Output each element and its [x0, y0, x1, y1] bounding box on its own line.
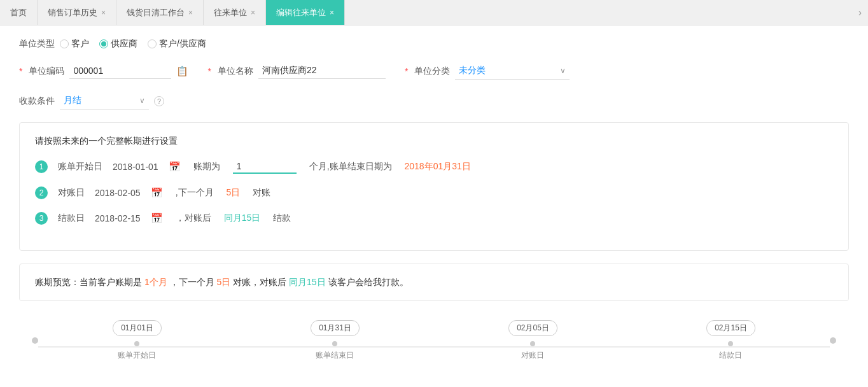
calendar-icon-1[interactable]: 📅: [169, 161, 181, 172]
unit-type-row: 单位类型 客户 供应商 客户/供应商: [19, 38, 849, 50]
billing-row-3: 3 结款日 2018-02-15 📅 ，对账后 同月15日 结款: [35, 212, 833, 225]
timeline-point-2: 01月31日 账单结束日: [311, 320, 360, 361]
payment-terms-arrow-icon: ∨: [139, 96, 145, 105]
preview-section: 账期预览：当前客户账期是 1个月 ，下一个月 5日 对账，对账后 同月15日 该…: [19, 264, 849, 301]
timeline-point-4: 02月15日 结款日: [706, 320, 755, 361]
tab-edit-partner[interactable]: 编辑往来单位 ×: [266, 0, 345, 25]
billing-label-2: 对账日: [58, 187, 85, 199]
timeline-badge-2: 01月31日: [311, 320, 360, 336]
timeline-container: 01月01日 账单开始日 01月31日 账单结束日 02月05日 对账日 02月…: [19, 314, 849, 380]
billing-date-2: 2018-02-05: [95, 188, 141, 198]
unit-name-star: *: [207, 66, 211, 76]
close-sales-history[interactable]: ×: [101, 8, 106, 17]
preview-prefix: 账期预览：当前客户账期是: [35, 277, 142, 287]
unit-code-icon[interactable]: 📋: [176, 66, 188, 77]
timeline-point-1: 01月01日 账单开始日: [113, 320, 162, 361]
unit-category-group: * 单位分类 未分类 ∨: [405, 62, 570, 80]
radio-supplier-label: 供应商: [111, 38, 137, 50]
main-content: 单位类型 客户 供应商 客户/供应商 * 单位编码: [0, 25, 868, 387]
billing-comma-3: ，对账后: [176, 213, 211, 224]
close-partner[interactable]: ×: [251, 8, 255, 17]
radio-supplier[interactable]: 供应商: [99, 38, 137, 50]
timeline-point-3: 02月05日 对账日: [508, 320, 557, 361]
preview-mid1: ，下一个月: [170, 277, 214, 287]
tab-bar: 首页 销售订单历史 × 钱货日清工作台 × 往来单位 × 编辑往来单位 × ›: [0, 0, 868, 25]
billing-comma-2: ,下一个月: [176, 187, 214, 199]
unit-name-group: * 单位名称: [207, 63, 385, 79]
preview-suffix: 该客户会给我打款。: [328, 277, 409, 287]
radio-both-circle: [148, 39, 157, 48]
unit-type-group: 单位类型 客户 供应商 客户/供应商: [19, 38, 206, 50]
unit-category-select[interactable]: 未分类 ∨: [455, 62, 570, 80]
calendar-icon-3[interactable]: 📅: [151, 213, 163, 224]
timeline-badge-3: 02月05日: [508, 320, 557, 336]
timeline-left-dot: [32, 337, 38, 344]
billing-suffix-1: 个月,账单结束日期为: [309, 161, 392, 172]
timeline-dot-3: [530, 341, 535, 346]
billing-tail-3: 结款: [273, 213, 291, 224]
payment-terms-row: 收款条件 月结 ∨ ?: [19, 92, 849, 109]
billing-tail-2: 对账: [253, 187, 270, 199]
unit-category-value: 未分类: [459, 65, 556, 76]
timeline-right-dot: [830, 337, 836, 344]
preview-part3: 同月15日: [289, 277, 326, 287]
close-cash-work[interactable]: ×: [188, 8, 193, 17]
billing-date-3: 2018-02-15: [95, 213, 141, 223]
billing-row-2: 2 对账日 2018-02-05 📅 ,下一个月 5日 对账: [35, 186, 833, 199]
radio-customer[interactable]: 客户: [60, 38, 89, 50]
tab-partner[interactable]: 往来单位 ×: [204, 0, 266, 25]
section-title: 请按照未来的一个完整帐期进行设置: [35, 136, 833, 147]
tab-cash-work[interactable]: 钱货日清工作台 ×: [116, 0, 204, 25]
unit-code-group: * 单位编码 📋: [19, 63, 188, 79]
tab-sales-history[interactable]: 销售订单历史 ×: [38, 0, 116, 25]
billing-mid-text-1: 账期为: [193, 161, 220, 172]
timeline-points: 01月01日 账单开始日 01月31日 账单结束日 02月05日 对账日 02月…: [38, 320, 830, 361]
billing-label-3: 结款日: [58, 213, 85, 224]
unit-name-input[interactable]: [258, 63, 386, 79]
tab-home[interactable]: 首页: [0, 0, 38, 25]
timeline-label-1: 账单开始日: [118, 350, 156, 361]
timeline-badge-4: 02月15日: [706, 320, 755, 336]
billing-section: 请按照未来的一个完整帐期进行设置 1 账单开始日 2018-01-01 📅 账期…: [19, 122, 849, 251]
unit-category-star: *: [405, 66, 408, 76]
radio-customer-label: 客户: [71, 38, 89, 50]
timeline-label-2: 账单结束日: [316, 350, 354, 361]
timeline-dot-1: [134, 341, 139, 346]
timeline-label-3: 对账日: [521, 350, 544, 361]
radio-customer-circle: [60, 39, 69, 48]
preview-part2: 5日: [216, 277, 230, 287]
unit-name-label: 单位名称: [218, 66, 253, 77]
payment-terms-group: 收款条件 月结 ∨ ?: [19, 92, 164, 109]
preview-mid2: 对账，对账后: [233, 277, 286, 287]
timeline-label-4: 结款日: [719, 350, 742, 361]
unit-code-input[interactable]: [69, 63, 171, 79]
billing-period-input[interactable]: [233, 160, 297, 174]
row-num-1: 1: [35, 160, 48, 173]
calendar-icon-2[interactable]: 📅: [151, 187, 163, 199]
row-num-3: 3: [35, 212, 48, 225]
radio-both[interactable]: 客户/供应商: [148, 38, 206, 50]
timeline-dot-4: [728, 341, 733, 346]
billing-row-1: 1 账单开始日 2018-01-01 📅 账期为 个月,账单结束日期为 2018…: [35, 160, 833, 174]
timeline-dot-2: [332, 341, 337, 346]
unit-type-label: 单位类型: [19, 38, 55, 50]
row-num-2: 2: [35, 186, 48, 199]
unit-category-label: 单位分类: [414, 66, 450, 77]
radio-both-label: 客户/供应商: [159, 38, 206, 50]
payment-terms-select[interactable]: 月结 ∨: [60, 92, 149, 109]
billing-day-3: 同月15日: [224, 213, 261, 224]
unit-category-arrow-icon: ∨: [560, 66, 566, 75]
unit-code-star: *: [19, 66, 22, 76]
payment-terms-label: 收款条件: [19, 95, 55, 107]
billing-date-1: 2018-01-01: [113, 162, 158, 172]
billing-day-2: 5日: [227, 187, 241, 199]
tab-scroll-arrow[interactable]: ›: [852, 7, 868, 18]
close-edit-partner[interactable]: ×: [330, 8, 334, 17]
preview-part1: 1个月: [144, 277, 167, 287]
help-icon[interactable]: ?: [154, 96, 164, 106]
unit-code-label: 单位编码: [29, 66, 64, 77]
billing-end-date: 2018年01月31日: [405, 161, 471, 172]
radio-supplier-circle: [99, 39, 108, 48]
timeline-badge-1: 01月01日: [113, 320, 162, 336]
unit-info-row: * 单位编码 📋 * 单位名称 * 单位分类 未分类 ∨: [19, 62, 849, 80]
